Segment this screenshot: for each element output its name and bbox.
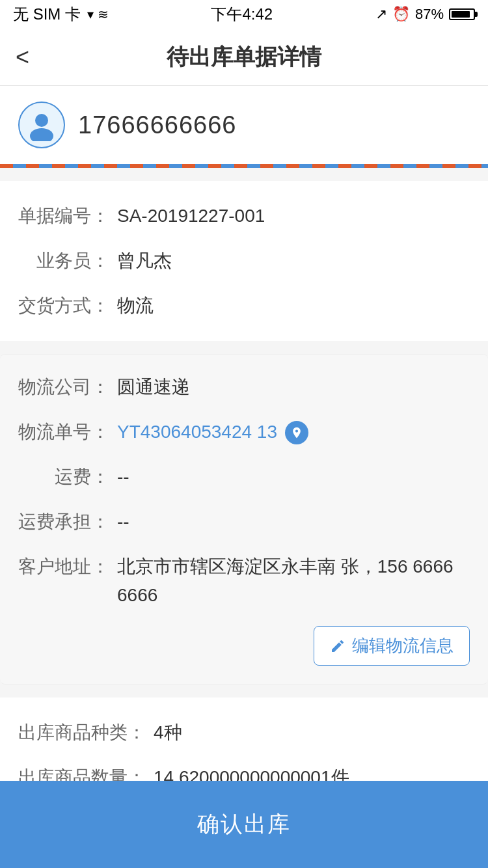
status-bar: 无 SIM 卡 ▾ ≋ 下午4:42 ↗ ⏰ 87% [0, 0, 488, 29]
address-row: 客户地址： 北京市市辖区海淀区永丰南 张，156 6666 6666 [18, 552, 470, 611]
time-text: 下午4:42 [211, 4, 273, 25]
user-phone: 17666666666 [78, 111, 236, 139]
freight-bearer-value: -- [117, 508, 470, 537]
edit-logistics-button[interactable]: 编辑物流信息 [314, 626, 470, 666]
order-info-section: 单据编号： SA-20191227-001 业务员： 曾凡杰 交货方式： 物流 [0, 181, 488, 341]
user-header: 17666666666 [0, 86, 488, 164]
tracking-value: YT43064053424 13 [117, 418, 470, 447]
delivery-row: 交货方式： 物流 [18, 292, 470, 321]
page-title: 待出库单据详情 [167, 42, 321, 72]
location-status-icon: ↗ [375, 6, 387, 23]
bottom-bar: 确认出库 [0, 781, 488, 868]
edit-icon [330, 638, 346, 654]
tracking-label: 物流单号： [18, 418, 109, 447]
status-left: 无 SIM 卡 ▾ ≋ [13, 4, 109, 25]
freight-bearer-row: 运费承担： -- [18, 508, 470, 537]
goods-types-label: 出库商品种类： [18, 718, 146, 748]
order-number-row: 单据编号： SA-20191227-001 [18, 202, 470, 231]
delivery-value: 物流 [117, 292, 470, 321]
svg-point-0 [35, 114, 48, 127]
separator [0, 685, 488, 698]
freight-row: 运费： -- [18, 463, 470, 492]
status-right: ↗ ⏰ 87% [375, 6, 475, 23]
logistics-company-value: 圆通速递 [117, 373, 470, 402]
location-icon[interactable] [285, 421, 308, 444]
goods-types-value: 4种 [154, 718, 470, 748]
battery-text: 87% [415, 6, 444, 23]
nav-bar: < 待出库单据详情 [0, 29, 488, 86]
edit-btn-wrapper: 编辑物流信息 [18, 626, 470, 666]
avatar [18, 102, 65, 148]
freight-value: -- [117, 463, 470, 492]
salesman-row: 业务员： 曾凡杰 [18, 247, 470, 276]
svg-point-1 [30, 128, 53, 141]
alarm-icon: ⏰ [392, 6, 410, 23]
address-label: 客户地址： [18, 552, 109, 582]
carrier-text: 无 SIM 卡 [13, 4, 81, 25]
delivery-label: 交货方式： [18, 292, 109, 321]
wifi-icon: ▾ ≋ [87, 7, 109, 22]
goods-types-row: 出库商品种类： 4种 [18, 718, 470, 748]
tracking-row: 物流单号： YT43064053424 13 [18, 418, 470, 447]
dashed-divider [0, 164, 488, 168]
salesman-value: 曾凡杰 [117, 247, 470, 276]
battery-icon [449, 8, 475, 20]
order-number-value: SA-20191227-001 [117, 202, 470, 231]
salesman-label: 业务员： [18, 247, 109, 276]
address-value: 北京市市辖区海淀区永丰南 张，156 6666 6666 [117, 552, 470, 611]
logistics-section: 物流公司： 圆通速递 物流单号： YT43064053424 13 运费： --… [0, 354, 488, 685]
order-number-label: 单据编号： [18, 202, 109, 231]
back-button[interactable]: < [16, 44, 29, 71]
confirm-button[interactable]: 确认出库 [16, 796, 472, 852]
logistics-company-row: 物流公司： 圆通速递 [18, 373, 470, 402]
freight-bearer-label: 运费承担： [18, 508, 109, 537]
logistics-company-label: 物流公司： [18, 373, 109, 402]
freight-label: 运费： [18, 463, 109, 492]
